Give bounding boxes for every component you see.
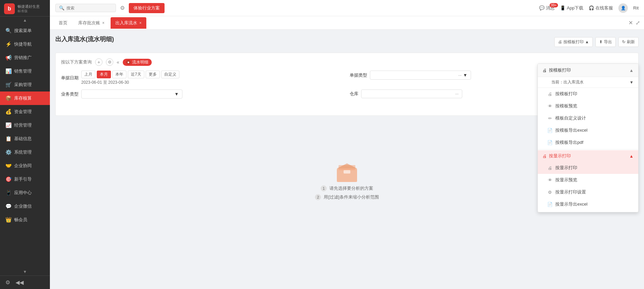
biz-type-select[interactable]: ▼ bbox=[81, 89, 182, 99]
sidebar-item-purchase[interactable]: 🛒 采购管理 bbox=[0, 78, 50, 91]
dropdown-item-template-preview[interactable]: 👁 按模板预览 bbox=[538, 100, 638, 112]
dropdown-item-display-preview[interactable]: 👁 按显示预览 bbox=[538, 174, 638, 186]
sidebar-item-finance[interactable]: 💰 资金管理 bbox=[0, 105, 50, 119]
dropdown-header: 🖨 按模板打印 ▲ bbox=[538, 64, 638, 77]
template-preview-label: 按模板预览 bbox=[555, 103, 577, 109]
warehouse-label: 仓库 bbox=[350, 91, 358, 97]
sidebar-item-label: 快捷导航 bbox=[14, 41, 32, 47]
template-print-icon: 🖨 bbox=[547, 91, 553, 97]
sidebar-item-appcenter[interactable]: 📱 应用中心 bbox=[0, 186, 50, 200]
export-label: 导出 bbox=[604, 39, 612, 45]
tab-batch-account[interactable]: 库存批次账 × bbox=[74, 17, 109, 29]
sidebar-item-search[interactable]: 🔍 搜索菜单 bbox=[0, 24, 50, 37]
message-badge: 99+ bbox=[550, 3, 558, 7]
current-label: 当前：出入库流水 bbox=[551, 79, 584, 85]
sidebar-item-system[interactable]: ⚙️ 系统管理 bbox=[0, 146, 50, 159]
sidebar-item-quick-nav[interactable]: ⚡ 快捷导航 bbox=[0, 37, 50, 51]
page-actions: 🖨 按模板打印 ▲ ⬆ 导出 ↻ 刷新 bbox=[554, 37, 639, 47]
dropdown-item-template-print[interactable]: 🖨 按模板打印 bbox=[538, 88, 638, 100]
tab-batch-account-close[interactable]: × bbox=[102, 21, 105, 25]
dropdown-item-display-excel[interactable]: 📄 按显示导出excel bbox=[538, 198, 638, 210]
tab-inout-flow-close[interactable]: × bbox=[139, 21, 142, 25]
filter-tag[interactable]: ● 流水明细 bbox=[123, 59, 152, 66]
date-btn-more[interactable]: 更多 bbox=[146, 71, 160, 78]
sidebar-scroll-down[interactable]: ▼ bbox=[0, 268, 50, 275]
window-maximize-icon[interactable]: ⤢ bbox=[636, 20, 640, 26]
dropdown-item-display-print-settings[interactable]: ⚙ 按显示打印设置 bbox=[538, 186, 638, 198]
quick-nav-icon: ⚡ bbox=[5, 41, 11, 47]
filter-tag-label: 流水明细 bbox=[132, 59, 148, 65]
sidebar-item-basic[interactable]: 📋 基础信息 bbox=[0, 132, 50, 146]
sidebar-item-label: 新手引导 bbox=[14, 176, 32, 182]
filter-add-button[interactable]: + bbox=[95, 58, 103, 66]
sidebar-item-label: 应用中心 bbox=[14, 190, 32, 196]
filter-settings-button[interactable]: ⚙ bbox=[106, 58, 113, 66]
date-btn-custom[interactable]: 自定义 bbox=[161, 71, 179, 78]
filter-header-label: 按以下方案查询 bbox=[61, 59, 92, 65]
sidebar-item-sales[interactable]: 📊 销售管理 bbox=[0, 64, 50, 78]
operation-icon: 📈 bbox=[5, 122, 11, 128]
user-avatar[interactable]: 👤 bbox=[618, 3, 628, 13]
sidebar-item-wechat[interactable]: 💬 企业微信 bbox=[0, 200, 50, 213]
fold-icon[interactable]: ◀◀ bbox=[16, 279, 24, 286]
marketing-icon: 📢 bbox=[5, 55, 11, 61]
warehouse-select[interactable]: ··· bbox=[361, 89, 462, 98]
tab-home-label: 首页 bbox=[59, 20, 67, 26]
tab-inout-flow[interactable]: 出入库流水 × bbox=[111, 17, 146, 29]
sidebar-scroll-up[interactable]: ▲ bbox=[0, 17, 50, 24]
username[interactable]: Rit bbox=[633, 5, 639, 10]
search-input[interactable] bbox=[66, 6, 107, 10]
date-btn-this-year[interactable]: 本年 bbox=[112, 71, 126, 78]
dropdown-current-item: 当前：出入库流水 ▼ bbox=[538, 77, 638, 88]
settings-icon[interactable]: ⚙ bbox=[5, 279, 10, 286]
search-box[interactable]: 🔍 bbox=[55, 4, 116, 12]
dropdown-chevron-up-icon[interactable]: ▲ bbox=[629, 68, 634, 73]
sidebar-item-coop[interactable]: 🤝 企业协同 bbox=[0, 159, 50, 173]
date-btn-this-month[interactable]: 本月 bbox=[97, 71, 111, 78]
print-icon: 🖨 bbox=[558, 40, 562, 44]
message-button[interactable]: 💬 消息 99+ bbox=[539, 5, 555, 11]
settings-icon[interactable]: ⚙ bbox=[120, 5, 125, 11]
template-pdf-label: 按模板导出pdf bbox=[555, 139, 583, 146]
warehouse-more[interactable]: ··· bbox=[455, 91, 459, 96]
app-download-button[interactable]: 📱 App下载 bbox=[560, 5, 583, 11]
dropdown-sub-header[interactable]: 🖨 按显示打印 ▲ bbox=[538, 150, 638, 162]
sidebar-item-label: 经营管理 bbox=[14, 122, 32, 128]
export-icon: ⬆ bbox=[599, 40, 603, 44]
dropdown-item-display-print[interactable]: 🖨 按显示打印 bbox=[538, 162, 638, 174]
tab-home[interactable]: 首页 bbox=[54, 17, 72, 29]
filter-collapse-button[interactable]: « bbox=[117, 59, 119, 65]
sidebar-item-marketing[interactable]: 📢 营销推广 bbox=[0, 51, 50, 64]
sidebar-item-member[interactable]: 👑 畅会员 bbox=[0, 213, 50, 227]
sidebar-item-operation[interactable]: 📈 经营管理 bbox=[0, 119, 50, 132]
print-template-button[interactable]: 🖨 按模板打印 ▲ bbox=[554, 37, 593, 47]
trial-button[interactable]: 体验行业方案 bbox=[129, 3, 165, 13]
sidebar-item-guide[interactable]: 🎯 新手引导 bbox=[0, 173, 50, 186]
empty-step-1-text: 请先选择要分析的方案 bbox=[329, 185, 373, 191]
scroll-up-icon[interactable]: ▲ bbox=[23, 18, 27, 23]
doc-type-select[interactable]: ··· ▼ bbox=[370, 71, 471, 80]
member-icon: 👑 bbox=[5, 217, 11, 223]
scroll-down-icon[interactable]: ▼ bbox=[23, 269, 27, 274]
dropdown-item-display-pdf[interactable]: 📄 按显示导出pdf bbox=[538, 210, 638, 212]
date-btn-last-month[interactable]: 上月 bbox=[81, 71, 95, 78]
date-btn-7days[interactable]: 近7天 bbox=[128, 71, 144, 78]
template-excel-icon: 📄 bbox=[547, 128, 553, 133]
dropdown-item-template-excel[interactable]: 📄 按模板导出excel bbox=[538, 124, 638, 136]
coop-icon: 🤝 bbox=[5, 163, 11, 169]
dropdown-item-template-custom[interactable]: ✏ 模板自定义设计 bbox=[538, 112, 638, 124]
sidebar-item-inventory[interactable]: 📦 库存核算 bbox=[0, 91, 50, 105]
window-close-icon[interactable]: ✕ bbox=[628, 20, 633, 26]
inventory-icon: 📦 bbox=[5, 95, 11, 101]
display-print-label: 按显示打印 bbox=[555, 165, 577, 171]
display-excel-icon: 📄 bbox=[547, 202, 553, 207]
refresh-icon: ↻ bbox=[622, 40, 625, 44]
display-print-icon: 🖨 bbox=[547, 165, 553, 170]
basic-icon: 📋 bbox=[5, 136, 11, 142]
doc-type-more[interactable]: ··· bbox=[458, 73, 462, 78]
refresh-button[interactable]: ↻ 刷新 bbox=[618, 37, 639, 47]
service-button[interactable]: 🎧 在线客服 bbox=[589, 5, 613, 11]
export-button[interactable]: ⬆ 导出 bbox=[595, 37, 616, 47]
page-body: 出入库流水(流水明细) 🖨 按模板打印 ▲ ⬆ 导出 ↻ 刷新 bbox=[50, 30, 644, 289]
dropdown-item-template-pdf[interactable]: 📄 按模板导出pdf bbox=[538, 136, 638, 149]
